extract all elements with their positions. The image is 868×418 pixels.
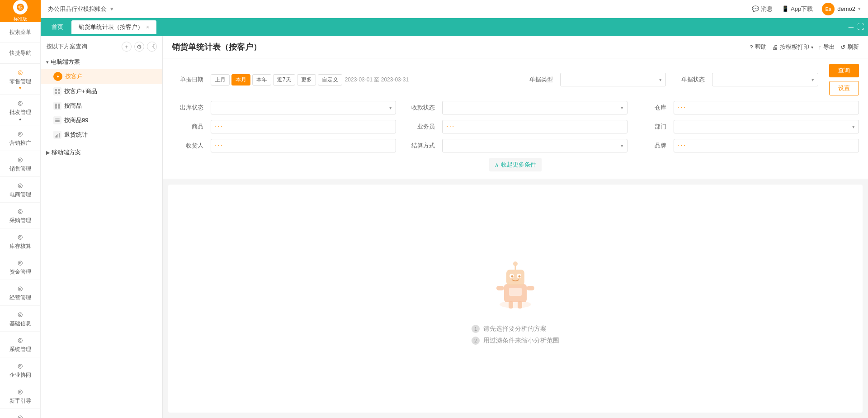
add-scheme-btn[interactable]: + bbox=[122, 42, 132, 52]
system-label: 系统管理 bbox=[9, 346, 31, 353]
scheme-item-by-customer-goods[interactable]: 按客户+商品 bbox=[41, 84, 162, 99]
user-section[interactable]: Ea demo2 ▾ bbox=[822, 3, 861, 15]
desktop-group-arrow: ▾ bbox=[46, 59, 49, 65]
svg-text:畅: 畅 bbox=[18, 5, 23, 10]
date-shortcuts: 上月 本月 本年 近7天 更多 自定义 bbox=[211, 74, 342, 86]
empty-state: 1 请先选择要分析的方案 2 用过滤条件来缩小分析范围 bbox=[168, 185, 863, 413]
settings-scheme-btn[interactable]: ⚙ bbox=[134, 42, 144, 52]
mobile-group-header[interactable]: ▶ 移动端方案 bbox=[41, 146, 162, 159]
doc-status-select[interactable]: ▾ bbox=[712, 73, 818, 86]
collapse-filter-btn[interactable]: ∧ 收起更多条件 bbox=[489, 158, 542, 171]
sidebar-item-sales[interactable]: ◎ 销售管理 bbox=[0, 151, 40, 177]
refresh-btn[interactable]: ↺ 刷新 bbox=[840, 43, 859, 51]
collapse-up-icon: ∧ bbox=[495, 162, 499, 168]
goods-dots: ··· bbox=[215, 123, 223, 131]
goods-select[interactable]: ··· bbox=[211, 120, 396, 133]
empty-tips: 1 请先选择要分析的方案 2 用过滤条件来缩小分析范围 bbox=[472, 325, 559, 345]
page-content: 按以下方案查询 + ⚙ 《 ▾ 电脑端方案 ● 按客户 bbox=[41, 36, 868, 418]
date-btn-more[interactable]: 更多 bbox=[297, 74, 316, 86]
department-label: 部门 bbox=[635, 123, 666, 131]
template-print-btn[interactable]: 🖨 按模板打印 ▾ bbox=[772, 43, 813, 51]
user-name: demo2 bbox=[837, 5, 855, 12]
svg-rect-23 bbox=[506, 270, 524, 285]
scheme-item-by-customer[interactable]: ● 按客户 bbox=[41, 69, 162, 84]
sidebar-item-enterprise[interactable]: ◎ 企业协同 bbox=[0, 357, 40, 383]
date-btn-custom[interactable]: 自定义 bbox=[318, 74, 342, 86]
svg-rect-8 bbox=[55, 106, 57, 109]
header-left: 办公用品行业模拟账套 ▾ bbox=[48, 5, 113, 13]
tab-active[interactable]: 销货单统计表（按客户） × bbox=[71, 20, 156, 34]
tab-home[interactable]: 首页 bbox=[44, 20, 71, 34]
sidebar-item-finance[interactable]: ◎ 资金管理 bbox=[0, 254, 40, 280]
user-avatar: Ea bbox=[822, 3, 835, 15]
scheme-item-by-goods[interactable]: 按商品 bbox=[41, 99, 162, 113]
scheme-item-by-goods-99[interactable]: 按商品99 bbox=[41, 113, 162, 128]
out-status-select[interactable]: ▾ bbox=[211, 101, 396, 114]
sidebar-item-system[interactable]: ◎ 系统管理 bbox=[0, 332, 40, 357]
tab-close-btn[interactable]: × bbox=[146, 24, 149, 30]
date-control: 上月 本月 本年 近7天 更多 自定义 2023-03-01 至 2023-03… bbox=[211, 74, 409, 86]
sidebar-item-ecommerce[interactable]: ◎ 电商管理 bbox=[0, 177, 40, 203]
svg-rect-4 bbox=[55, 92, 57, 94]
quick-nav-btn[interactable]: 快捷导航 bbox=[9, 47, 31, 60]
svg-rect-16 bbox=[59, 133, 60, 138]
tab-minimize-btn[interactable]: ─ bbox=[849, 23, 854, 31]
department-select[interactable]: ▾ bbox=[674, 120, 859, 133]
sidebar-search-section: 搜索菜单 bbox=[0, 22, 40, 43]
desktop-group-label: 电脑端方案 bbox=[51, 58, 80, 66]
system-icon: ◎ bbox=[16, 335, 25, 344]
date-btn-this-month[interactable]: 本月 bbox=[231, 74, 250, 86]
main-area: 办公用品行业模拟账套 ▾ 💬 消息 📱 App下载 Ea demo2 ▾ 首页 bbox=[41, 0, 868, 418]
tab-bar: 首页 销货单统计表（按客户） × ─ ⛶ bbox=[41, 18, 868, 36]
recipient-select[interactable]: ··· bbox=[211, 139, 396, 152]
return-stats-label: 退货统计 bbox=[64, 131, 88, 139]
sidebar-item-management[interactable]: ◎ 经营管理 bbox=[0, 280, 40, 306]
svg-point-26 bbox=[511, 276, 514, 278]
query-button[interactable]: 查询 bbox=[829, 64, 859, 77]
sidebar-item-inventory[interactable]: ◎ 库存核算 bbox=[0, 228, 40, 254]
page-header-top: 销货单统计表（按客户） ? 帮助 🖨 按模板打印 ▾ ↑ bbox=[172, 42, 859, 52]
print-icon: 🖨 bbox=[772, 44, 778, 51]
sidebar-item-guide[interactable]: ◎ 新手引导 bbox=[0, 383, 40, 409]
warehouse-select[interactable]: ··· bbox=[674, 101, 859, 114]
settings-button[interactable]: 设置 bbox=[829, 81, 859, 95]
doc-type-label: 单据类型 bbox=[521, 76, 553, 84]
sidebar-item-retail[interactable]: ◎ 零售管理 ▾ bbox=[0, 64, 40, 95]
brand-select[interactable]: ··· bbox=[674, 139, 859, 152]
sidebar-item-marketing[interactable]: ◎ 营销推广 bbox=[0, 125, 40, 151]
collapse-panel-btn[interactable]: 《 bbox=[147, 42, 157, 52]
message-btn[interactable]: 💬 消息 bbox=[752, 5, 773, 13]
app-logo[interactable]: 畅 标准版 bbox=[0, 0, 41, 22]
doc-status-label: 单据状态 bbox=[673, 76, 705, 84]
top-header: 办公用品行业模拟账套 ▾ 💬 消息 📱 App下载 Ea demo2 ▾ bbox=[41, 0, 868, 18]
industry-dropdown-arrow[interactable]: ▾ bbox=[110, 5, 113, 12]
settlement-label: 结算方式 bbox=[403, 142, 435, 150]
date-btn-7days[interactable]: 近7天 bbox=[273, 74, 295, 86]
tab-maximize-btn[interactable]: ⛶ bbox=[857, 23, 864, 31]
sidebar-item-wholesale[interactable]: ◎ 批发管理 ▴ bbox=[0, 95, 40, 125]
sidebar-item-purchase[interactable]: ◎ 采购管理 bbox=[0, 203, 40, 228]
tab-bar-right: ─ ⛶ bbox=[849, 23, 864, 31]
svg-rect-14 bbox=[56, 135, 57, 138]
search-menu-btn[interactable]: 搜索菜单 bbox=[9, 26, 31, 39]
page-title: 销货单统计表（按客户） bbox=[172, 42, 261, 52]
date-btn-last-month[interactable]: 上月 bbox=[211, 74, 230, 86]
app-download-btn[interactable]: 📱 App下载 bbox=[782, 5, 813, 13]
desktop-group-header[interactable]: ▾ 电脑端方案 bbox=[41, 55, 162, 69]
sidebar-item-basic[interactable]: ◎ 基础信息 bbox=[0, 306, 40, 332]
salesperson-select[interactable]: ··· bbox=[442, 120, 627, 133]
svg-rect-12 bbox=[55, 121, 60, 122]
payment-status-select[interactable]: ▾ bbox=[442, 101, 627, 114]
settlement-select[interactable]: ▾ bbox=[442, 139, 627, 152]
marketing-icon: ◎ bbox=[16, 129, 25, 138]
sidebar-item-appcenter[interactable]: ◎ 应用中心 bbox=[0, 409, 40, 418]
svg-rect-3 bbox=[58, 89, 60, 91]
marketing-label: 营销推广 bbox=[9, 139, 31, 147]
doc-type-select[interactable]: ▾ bbox=[560, 73, 666, 86]
guide-icon: ◎ bbox=[16, 387, 25, 396]
help-btn[interactable]: ? 帮助 bbox=[750, 43, 766, 51]
date-btn-this-year[interactable]: 本年 bbox=[252, 74, 271, 86]
by-customer-goods-icon bbox=[53, 87, 61, 95]
export-btn[interactable]: ↑ 导出 bbox=[819, 43, 835, 51]
scheme-item-return-stats[interactable]: 退货统计 bbox=[41, 128, 162, 142]
